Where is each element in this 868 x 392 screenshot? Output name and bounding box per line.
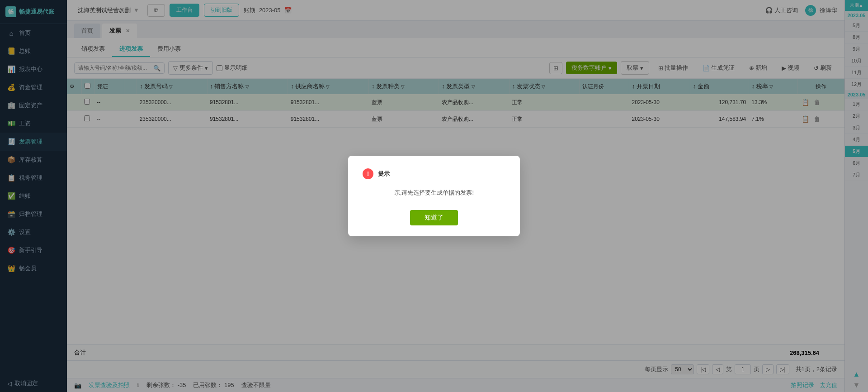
- modal-footer: 知道了: [363, 210, 505, 225]
- modal-title-row: ! 提示: [363, 168, 505, 179]
- modal-body-text: 亲,请先选择要生成单据的发票!: [363, 187, 505, 198]
- modal-overlay[interactable]: ! 提示 亲,请先选择要生成单据的发票! 知道了: [0, 0, 868, 392]
- modal-dialog: ! 提示 亲,请先选择要生成单据的发票! 知道了: [348, 156, 520, 237]
- modal-ok-btn[interactable]: 知道了: [410, 210, 458, 225]
- modal-title-text: 提示: [378, 170, 390, 178]
- modal-warning-icon: !: [363, 168, 373, 179]
